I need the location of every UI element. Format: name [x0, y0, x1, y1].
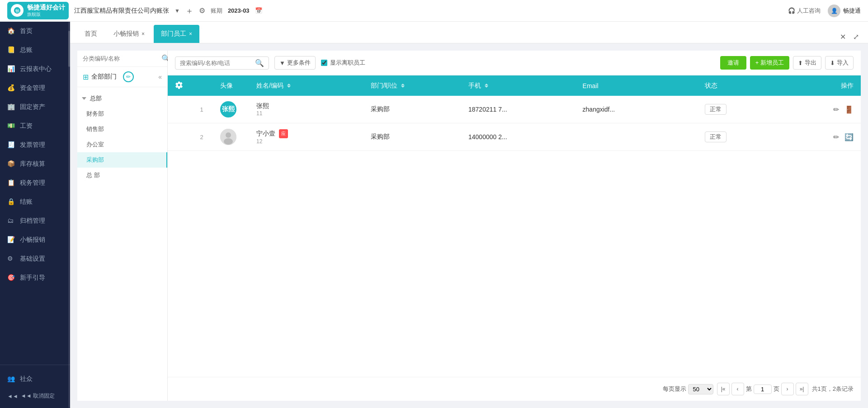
- col-email: Email: [576, 75, 698, 96]
- row-email-cell: zhangxidf...: [576, 96, 698, 123]
- row-avatar-cell: [213, 123, 249, 151]
- sidebar-item-inventory-label: 库存核算: [20, 160, 45, 168]
- page-size-select: 每页显示 10 20 50 100: [663, 384, 713, 394]
- guide-icon: 🎯: [7, 274, 15, 282]
- dept-edit-button[interactable]: ✏: [123, 71, 134, 82]
- add-account-button[interactable]: ＋: [185, 5, 193, 16]
- sidebar-item-home[interactable]: 🏠 首页: [0, 22, 70, 41]
- company-dropdown-button[interactable]: ▼: [175, 8, 180, 14]
- sidebar-item-capital[interactable]: 💰 资金管理: [0, 79, 70, 98]
- sidebar-item-guide[interactable]: 🎯 新手引导: [0, 268, 70, 287]
- page-size-dropdown[interactable]: 10 20 50 100: [688, 384, 713, 394]
- user-name: 畅捷通: [843, 7, 861, 15]
- top-header: 畅 畅捷通好会计 旗舰版 江西服宝精品有限责任公司内账张 ▼ ＋ ⚙ 账期 20…: [0, 0, 868, 22]
- sidebar-item-invoice[interactable]: 🧾 发票管理: [0, 136, 70, 155]
- tab-close-all-button[interactable]: ✕: [838, 31, 848, 43]
- filter-button[interactable]: ▼ 更多条件: [274, 56, 316, 70]
- dept-tree-item-bangongshi[interactable]: 办公室: [77, 137, 167, 152]
- col-name[interactable]: 姓名/编码: [249, 75, 363, 96]
- headset-icon: 🎧: [788, 7, 795, 14]
- avatar: [220, 129, 236, 145]
- svg-text:畅: 畅: [15, 9, 19, 13]
- logo-text: 畅捷通好会计: [27, 4, 65, 11]
- page-content: 🔍 ⊞ 全部部门 ✏ « 总部 财务部 销售部: [70, 43, 868, 408]
- edit-employee-button[interactable]: ✏: [833, 133, 839, 141]
- export-button[interactable]: ⬆ 导出: [793, 56, 821, 70]
- show-resigned-label: 显示离职员工: [330, 59, 365, 67]
- refresh-employee-button[interactable]: 🔄: [844, 133, 854, 141]
- settings-col-icon[interactable]: [175, 81, 183, 89]
- show-resigned-checkbox[interactable]: [321, 60, 327, 66]
- row-email-cell: [576, 123, 698, 151]
- prev-page-button[interactable]: ‹: [731, 383, 744, 395]
- tab-home[interactable]: 首页: [77, 25, 104, 43]
- grid-icon: ⊞: [83, 73, 89, 81]
- home-icon: 🏠: [7, 27, 15, 35]
- row-dept-cell: 采购部: [363, 123, 461, 151]
- dept-search-input[interactable]: [83, 55, 159, 62]
- page-input[interactable]: [754, 385, 772, 394]
- tab-dept-employee-label: 部门员工: [161, 30, 186, 38]
- sidebar-item-invoice-label: 发票管理: [20, 141, 45, 149]
- more-icon: 👥: [7, 375, 15, 383]
- col-phone[interactable]: 手机: [461, 75, 576, 96]
- dept-tree-item-zongbu2[interactable]: 总 部: [77, 168, 167, 183]
- logout-employee-button[interactable]: 🚪: [844, 105, 854, 114]
- sidebar-item-settings[interactable]: ⚙ 基础设置: [0, 249, 70, 268]
- import-button[interactable]: ⬇ 导入: [825, 56, 854, 70]
- edit-employee-button[interactable]: ✏: [833, 105, 839, 114]
- sidebar-item-salary[interactable]: 💵 工资: [0, 117, 70, 136]
- tab-maximize-button[interactable]: ⤢: [851, 31, 861, 43]
- dept-tree-item-xiaoshoubu[interactable]: 销售部: [77, 122, 167, 137]
- tab-dept-employee-close-button[interactable]: ×: [189, 31, 192, 37]
- row-dept-cell: 采购部: [363, 96, 461, 123]
- logo-sub: 旗舰版: [27, 11, 65, 18]
- next-page-button[interactable]: ›: [781, 383, 794, 395]
- cancel-fixed-button[interactable]: ◄◄ ◄◄ 取消固定: [0, 389, 70, 403]
- tab-expense-close-button[interactable]: ×: [142, 31, 145, 37]
- sidebar-item-ledger[interactable]: 📒 总账: [0, 41, 70, 60]
- invite-button[interactable]: 邀请: [720, 56, 746, 70]
- sidebar-item-archive[interactable]: 🗂 归档管理: [0, 211, 70, 230]
- row-status-cell: 正常: [698, 123, 779, 151]
- filter-label: 更多条件: [287, 59, 311, 67]
- search-input[interactable]: [180, 60, 252, 66]
- user-area[interactable]: 👤 畅捷通: [828, 5, 861, 17]
- inventory-icon: 📦: [7, 160, 15, 168]
- page-size-label: 每页显示: [663, 385, 686, 393]
- sidebar-item-ledger-label: 总账: [20, 46, 33, 54]
- status-badge: 正常: [705, 131, 726, 142]
- search-box: 🔍: [175, 56, 269, 70]
- employee-panel: 🔍 ▼ 更多条件 显示离职员工 邀请 + 新增员工: [168, 51, 861, 401]
- sidebar-item-close[interactable]: 🔒 结账: [0, 192, 70, 211]
- first-page-button[interactable]: |«: [717, 383, 730, 395]
- sidebar-item-more[interactable]: 👥 社众: [0, 370, 70, 389]
- consult-button[interactable]: 🎧 人工咨询: [788, 7, 821, 15]
- dept-collapse-button[interactable]: «: [158, 73, 162, 80]
- avatar: 张熙: [220, 101, 236, 117]
- data-table: 头像 姓名/编码 部门/职位: [168, 75, 861, 377]
- dept-tree-item-zongbu[interactable]: 总部: [77, 91, 167, 106]
- table-row: 1 张熙 张熙 11: [168, 96, 861, 123]
- search-icon[interactable]: 🔍: [255, 59, 264, 67]
- sidebar-item-reports[interactable]: 📊 云报表中心: [0, 60, 70, 79]
- dept-tree-item-caigoubu[interactable]: 采购部: [77, 152, 167, 168]
- last-page-button[interactable]: »|: [796, 383, 808, 395]
- calendar-button[interactable]: 📅: [255, 7, 263, 14]
- reports-icon: 📊: [7, 65, 15, 73]
- col-dept[interactable]: 部门/职位: [363, 75, 461, 96]
- sidebar-item-assets[interactable]: 🏢 固定资产: [0, 98, 70, 117]
- sidebar-item-expense[interactable]: 📝 小畅报销: [0, 230, 70, 249]
- page-input-area: [754, 385, 772, 394]
- sidebar-item-inventory[interactable]: 📦 库存核算: [0, 155, 70, 174]
- account-settings-button[interactable]: ⚙: [199, 6, 205, 15]
- export-icon: ⬆: [798, 60, 803, 66]
- sidebar-item-tax[interactable]: 📋 税务管理: [0, 174, 70, 192]
- add-employee-button[interactable]: + 新增员工: [750, 56, 789, 70]
- sidebar-item-expense-label: 小畅报销: [20, 236, 45, 244]
- tab-dept-employee[interactable]: 部门员工 ×: [154, 25, 199, 43]
- tab-expense[interactable]: 小畅报销 ×: [106, 25, 152, 43]
- dept-tree-item-caiwubu[interactable]: 财务部: [77, 106, 167, 122]
- name-sort-icon: [287, 84, 291, 88]
- employee-table: 头像 姓名/编码 部门/职位: [168, 75, 861, 151]
